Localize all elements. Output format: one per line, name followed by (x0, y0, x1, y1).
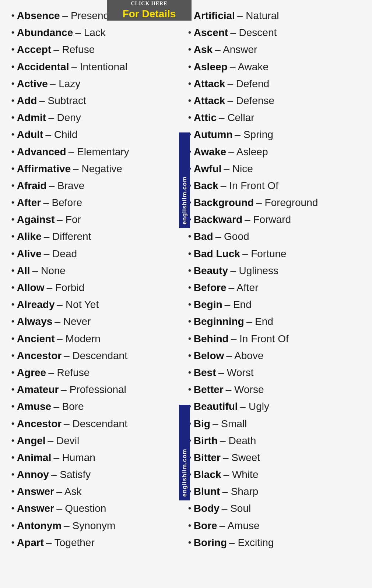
list-item: Annoy– Satisfy (11, 466, 184, 483)
list-item: Body– Soul (188, 500, 361, 517)
word-bold: Ancient (17, 330, 55, 347)
list-item: Black– White (188, 466, 361, 483)
word-bold: Ancestor (17, 415, 62, 432)
word-bold: Artificial (194, 7, 235, 24)
word-normal: – Small (213, 415, 247, 432)
word-bold: Bad Luck (194, 245, 240, 262)
list-item: Abundance– Lack (11, 24, 184, 41)
list-item: Allow– Forbid (11, 279, 184, 296)
word-bold: Ascent (194, 24, 228, 41)
word-normal: – Ugly (240, 398, 269, 415)
click-banner[interactable]: CLICK HERE For Details (107, 0, 192, 21)
list-item: Angel– Devil (11, 432, 184, 449)
list-item: Bore– Amuse (188, 517, 361, 534)
word-bold: Background (194, 194, 254, 211)
list-item: Behind– In Front Of (188, 330, 361, 347)
list-item: Adult– Child (11, 126, 184, 143)
word-bold: Asleep (194, 59, 228, 75)
list-item: Before– After (188, 279, 361, 296)
word-normal: – Synonym (64, 517, 115, 534)
list-item: Alike– Different (11, 228, 184, 245)
list-item: Back– In Front Of (188, 177, 361, 194)
list-item: Agree– Refuse (11, 364, 184, 381)
word-normal: – Negative (73, 160, 122, 177)
word-normal: – For (57, 211, 81, 228)
word-normal: – Subtract (39, 92, 86, 109)
word-bold: Attack (194, 75, 225, 92)
word-bold: Autumn (194, 126, 233, 143)
list-item: Already– Not Yet (11, 296, 184, 313)
word-bold: Below (194, 347, 224, 364)
word-bold: Attack (194, 92, 225, 109)
word-normal: – Devil (48, 432, 80, 449)
word-normal: – Never (55, 313, 91, 330)
word-normal: – Soul (222, 500, 251, 517)
list-item: Better– Worse (188, 381, 361, 398)
list-item: Artificial– Natural (188, 7, 361, 24)
click-here-text: CLICK HERE (107, 0, 192, 7)
word-normal: – Presence (62, 7, 115, 24)
word-normal: – Human (53, 449, 95, 466)
word-bold: Bore (194, 517, 217, 534)
word-normal: – Ugliness (230, 262, 278, 279)
word-bold: Antonym (17, 517, 62, 534)
word-normal: – Above (226, 347, 263, 364)
list-item: Beautiful– Ugly (188, 398, 361, 415)
word-normal: – Deny (48, 109, 81, 126)
word-bold: Already (17, 296, 55, 313)
list-item: Asleep– Awake (188, 59, 361, 75)
word-bold: Best (194, 364, 216, 381)
side-badge-1: englishilm.com (179, 132, 190, 228)
list-item: Bad Luck– Fortune (188, 245, 361, 262)
word-normal: – Descendant (64, 347, 127, 364)
list-item: Apart– Together (11, 534, 184, 551)
list-item: Alive– Dead (11, 245, 184, 262)
list-item: Answer– Ask (11, 483, 184, 500)
word-normal: – Natural (237, 7, 279, 24)
word-normal: – In Front Of (231, 330, 289, 347)
word-normal: – Forbid (46, 279, 84, 296)
word-normal: – Together (46, 534, 95, 551)
word-bold: Absence (17, 7, 60, 24)
word-bold: Alike (17, 228, 42, 245)
list-item: Backward– Forward (188, 211, 361, 228)
word-normal: – Death (220, 432, 256, 449)
side-badge-2: englishilm.com (179, 405, 190, 500)
word-normal: – Spring (235, 126, 273, 143)
word-normal: – Question (56, 500, 106, 517)
word-bold: Birth (194, 432, 218, 449)
left-column: Absence– PresenceAbundance– LackAccept– … (11, 7, 184, 551)
list-item: Animal– Human (11, 449, 184, 466)
word-bold: Alive (17, 245, 42, 262)
word-normal: – Foreground (256, 194, 318, 211)
list-item: Afraid– Brave (11, 177, 184, 194)
word-normal: – Different (44, 228, 91, 245)
word-bold: Accept (17, 41, 51, 58)
list-item: Ancient– Modern (11, 330, 184, 347)
list-item: Admit– Deny (11, 109, 184, 126)
list-item: Attack– Defend (188, 75, 361, 92)
word-normal: – Answer (215, 41, 257, 58)
list-item: Ask– Answer (188, 41, 361, 58)
word-bold: Bitter (194, 449, 221, 466)
word-bold: Ancestor (17, 347, 62, 364)
list-item: Begin– End (188, 296, 361, 313)
word-normal: – Before (43, 194, 82, 211)
list-item: Beginning– End (188, 313, 361, 330)
word-bold: Better (194, 381, 224, 398)
list-item: Attack– Defense (188, 92, 361, 109)
right-column: Artificial– NaturalAscent– DescentAsk– A… (188, 7, 361, 551)
word-bold: Affirmative (17, 160, 71, 177)
list-item: Big– Small (188, 415, 361, 432)
word-normal: – Modern (57, 330, 101, 347)
word-bold: Apart (17, 534, 44, 551)
word-normal: – Forward (245, 211, 291, 228)
list-item: Birth– Death (188, 432, 361, 449)
list-item: Beauty– Ugliness (188, 262, 361, 279)
list-item: Below– Above (188, 347, 361, 364)
word-bold: Body (194, 500, 220, 517)
list-item: Accept– Refuse (11, 41, 184, 58)
list-item: Ascent– Descent (188, 24, 361, 41)
word-normal: – After (229, 279, 259, 296)
word-normal: – End (246, 313, 273, 330)
